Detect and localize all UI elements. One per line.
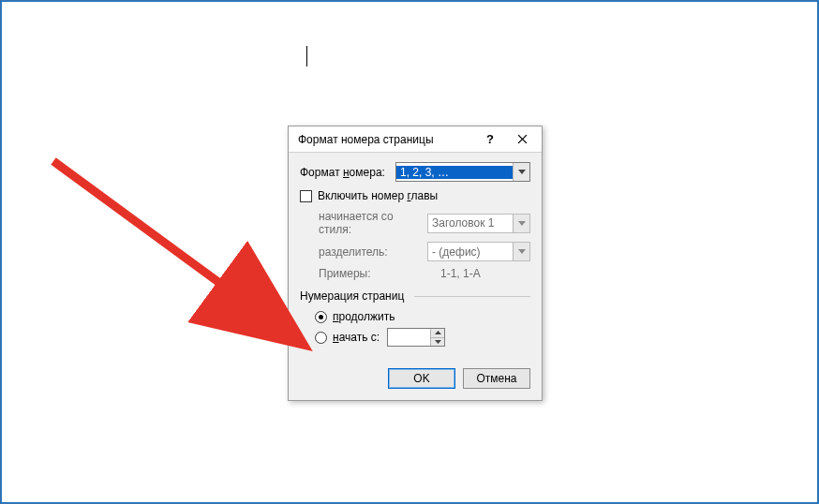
svg-marker-2 <box>518 170 526 174</box>
examples-label: Примеры: <box>319 267 440 280</box>
svg-line-8 <box>53 161 292 336</box>
page-numbering-radios: продолжить начать с: <box>315 306 530 348</box>
annotation-arrow-icon <box>49 156 316 353</box>
radio-dot-icon <box>319 315 323 319</box>
help-button[interactable]: ? <box>474 127 506 152</box>
spinner-up-button[interactable] <box>431 329 444 337</box>
separator-value: - (дефис) <box>428 245 513 259</box>
cancel-button[interactable]: Отмена <box>463 368 530 389</box>
number-format-label: Формат номера: <box>300 166 395 179</box>
chevron-down-icon <box>518 249 526 254</box>
svg-marker-3 <box>518 221 526 226</box>
examples-value: 1-1, 1-A <box>440 267 481 280</box>
chevron-up-icon <box>435 331 441 334</box>
page-number-format-dialog: Формат номера страницы ? Формат номера: … <box>288 126 543 401</box>
spinner-down-button[interactable] <box>431 337 444 347</box>
dialog-buttons: OK Отмена <box>289 359 542 400</box>
combo-arrow-button <box>513 215 529 232</box>
heading-style-value: Заголовок 1 <box>428 216 513 230</box>
heading-style-combo: Заголовок 1 <box>427 214 530 233</box>
page-numbering-group-title: Нумерация страниц <box>300 289 530 303</box>
separator-combo: - (дефис) <box>427 242 530 261</box>
ok-button[interactable]: OK <box>388 368 455 389</box>
combo-arrow-button[interactable] <box>513 163 529 181</box>
start-at-label: начать с: <box>333 331 380 344</box>
svg-marker-5 <box>435 331 441 334</box>
dialog-titlebar[interactable]: Формат номера страницы ? <box>289 126 542 153</box>
combo-arrow-button <box>513 243 529 260</box>
starts-with-style-label: начинается со стиля: <box>319 210 427 236</box>
continue-label: продолжить <box>333 310 395 323</box>
svg-marker-6 <box>435 340 441 344</box>
include-chapter-checkbox[interactable] <box>300 190 312 202</box>
chapter-options-group: начинается со стиля: Заголовок 1 раздели… <box>319 210 530 280</box>
start-at-value[interactable] <box>388 329 430 346</box>
start-at-spinner[interactable] <box>387 328 445 347</box>
close-button[interactable] <box>506 127 538 152</box>
close-icon <box>517 134 528 144</box>
chevron-down-icon <box>435 340 441 344</box>
number-format-combo[interactable]: 1, 2, 3, … <box>395 162 530 182</box>
svg-marker-4 <box>518 249 526 254</box>
start-at-radio[interactable] <box>315 332 327 344</box>
include-chapter-label: Включить номер главы <box>318 189 438 202</box>
number-format-value: 1, 2, 3, … <box>396 166 513 179</box>
dialog-body: Формат номера: 1, 2, 3, … Включить номер… <box>289 153 542 359</box>
separator-label: разделитель: <box>319 245 427 259</box>
dialog-title: Формат номера страницы <box>298 133 474 146</box>
chevron-down-icon <box>518 221 526 226</box>
chevron-down-icon <box>518 170 526 174</box>
document-background: Формат номера страницы ? Формат номера: … <box>0 0 819 504</box>
text-cursor <box>306 46 307 67</box>
continue-radio[interactable] <box>315 311 327 323</box>
